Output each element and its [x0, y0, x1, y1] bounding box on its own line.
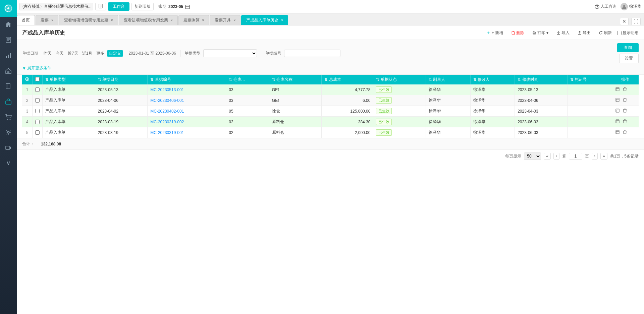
- tab-expand-button[interactable]: ⛶: [631, 18, 641, 25]
- th-number[interactable]: ⇅ 单据编号: [148, 75, 226, 84]
- row-delete-button[interactable]: [622, 129, 628, 136]
- import-button[interactable]: 导入: [554, 29, 572, 37]
- row-checkbox-cell[interactable]: [33, 106, 43, 117]
- row-number-link[interactable]: MC-20230402-001: [150, 109, 184, 114]
- tab-home[interactable]: 首页: [17, 15, 35, 25]
- row-checkbox-cell[interactable]: [33, 127, 43, 138]
- row-delete-button[interactable]: [622, 97, 628, 104]
- row-number[interactable]: MC-20230513-001: [148, 84, 226, 95]
- row-checkbox[interactable]: [35, 109, 40, 113]
- logo[interactable]: [0, 0, 17, 17]
- sidebar-video-icon[interactable]: [0, 140, 17, 155]
- row-checkbox[interactable]: [35, 120, 40, 124]
- row-delete-button[interactable]: [622, 119, 628, 125]
- th-modifier[interactable]: ⇅ 修改人: [470, 75, 515, 84]
- date-7days[interactable]: 近7天: [66, 50, 79, 57]
- tab-invoice[interactable]: 发票 ×: [36, 15, 58, 25]
- sidebar-ledger-icon[interactable]: [0, 78, 17, 94]
- tab-product-in-close[interactable]: ×: [281, 18, 283, 22]
- tab-check-sale-close[interactable]: ×: [111, 18, 113, 22]
- tab-calc-invoice-close[interactable]: ×: [202, 18, 204, 22]
- number-filter-input[interactable]: [284, 50, 340, 57]
- th-type[interactable]: ⇅ 单据类型: [43, 75, 95, 84]
- display-toggle-checkbox[interactable]: [617, 31, 622, 35]
- tab-product-in[interactable]: 产成品入库单历史 ×: [241, 15, 288, 25]
- tab-calc-invoice[interactable]: 发票测算 ×: [178, 15, 209, 25]
- workbench-button[interactable]: 工作台: [108, 2, 129, 11]
- tab-close-all-button[interactable]: ✕: [620, 18, 629, 25]
- add-button[interactable]: ＋ + 新增: [483, 29, 506, 37]
- date-custom[interactable]: 自定义: [107, 50, 123, 57]
- sidebar-settings-icon[interactable]: [0, 125, 17, 140]
- display-toggle-label[interactable]: 显示明细: [617, 30, 639, 36]
- type-filter-select[interactable]: 产品入库单: [203, 49, 257, 57]
- date-more[interactable]: 更多: [95, 50, 106, 57]
- row-edit-button[interactable]: [615, 129, 620, 136]
- th-warehouse-name[interactable]: ⇅ 仓库名称: [269, 75, 322, 84]
- export-button[interactable]: 导出: [575, 29, 593, 37]
- row-number-link[interactable]: MC-20230319-001: [150, 130, 184, 135]
- row-checkbox-cell[interactable]: [33, 117, 43, 127]
- sidebar-chart-icon[interactable]: [0, 48, 17, 63]
- th-voucher[interactable]: ⇅ 凭证号: [567, 75, 612, 84]
- row-number-link[interactable]: MC-20230406-001: [150, 98, 184, 103]
- row-checkbox[interactable]: [35, 98, 40, 103]
- tab-check-purchase[interactable]: 查看进项增值税专用发票 ×: [119, 15, 178, 25]
- row-checkbox-cell[interactable]: [33, 84, 43, 95]
- row-checkbox[interactable]: [35, 87, 40, 92]
- row-number-link[interactable]: MC-20230319-002: [150, 120, 184, 124]
- row-edit-button[interactable]: [615, 119, 620, 125]
- row-delete-button[interactable]: [622, 86, 628, 93]
- calendar-icon[interactable]: [185, 4, 190, 9]
- query-button[interactable]: 查询: [617, 43, 639, 52]
- row-checkbox[interactable]: [35, 130, 40, 135]
- row-number[interactable]: MC-20230319-001: [148, 127, 226, 138]
- date-1month[interactable]: 近1月: [81, 50, 94, 57]
- set-button[interactable]: 设置: [619, 54, 639, 63]
- row-number[interactable]: MC-20230402-001: [148, 106, 226, 117]
- sidebar-production-icon[interactable]: [0, 94, 17, 109]
- sidebar-invoice-icon[interactable]: [0, 32, 17, 48]
- company-selector[interactable]: (库存核算）直播轻统通信息技术股份... ▾: [19, 3, 93, 10]
- row-edit-button[interactable]: [615, 86, 620, 93]
- tab-invoice-close[interactable]: ×: [51, 18, 53, 22]
- th-creator[interactable]: ⇅ 制单人: [426, 75, 471, 84]
- date-yesterday[interactable]: 昨天: [42, 50, 53, 57]
- th-settings[interactable]: [22, 75, 33, 84]
- next-page-button[interactable]: ›: [592, 153, 598, 160]
- th-status[interactable]: ⇅ 单据状态: [373, 75, 426, 84]
- row-number-link[interactable]: MC-20230513-001: [150, 87, 184, 92]
- sidebar-purchase-icon[interactable]: [0, 109, 17, 125]
- page-size-select[interactable]: 20 50 100: [524, 152, 541, 160]
- row-edit-button[interactable]: [615, 108, 620, 114]
- expand-more-button[interactable]: ▼ 展开更多条件: [22, 65, 639, 71]
- switch-button[interactable]: 切到旧版: [131, 3, 154, 10]
- date-today[interactable]: 今天: [54, 50, 65, 57]
- tab-check-purchase-close[interactable]: ×: [171, 18, 173, 22]
- th-checkbox[interactable]: [33, 75, 43, 84]
- sidebar-warehouse-icon[interactable]: [0, 63, 17, 78]
- tab-open-invoice[interactable]: 发票开具 ×: [210, 15, 240, 25]
- th-date[interactable]: ⇅ 单据日期: [95, 75, 148, 84]
- th-modify-time[interactable]: ⇅ 修改时间: [515, 75, 568, 84]
- first-page-button[interactable]: «: [544, 153, 551, 160]
- tab-open-invoice-close[interactable]: ×: [233, 18, 235, 22]
- sidebar-version-icon[interactable]: V: [0, 155, 17, 171]
- doc-button[interactable]: [95, 3, 106, 10]
- page-input[interactable]: [569, 153, 582, 160]
- th-total-cost[interactable]: ⇅ 总成本: [322, 75, 373, 84]
- row-edit-button[interactable]: [615, 97, 620, 104]
- prev-page-button[interactable]: ‹: [553, 153, 559, 160]
- sidebar-home-icon[interactable]: [0, 17, 17, 32]
- row-number[interactable]: MC-20230319-002: [148, 117, 226, 127]
- tab-check-sale[interactable]: 查看销项增值税专用发票 ×: [59, 15, 118, 25]
- refresh-button[interactable]: 刷新: [596, 29, 614, 37]
- th-warehouse-code[interactable]: ⇅ 仓库...: [226, 75, 269, 84]
- last-page-button[interactable]: »: [600, 153, 607, 160]
- row-number[interactable]: MC-20230406-001: [148, 95, 226, 106]
- row-checkbox-cell[interactable]: [33, 95, 43, 106]
- row-delete-button[interactable]: [622, 108, 628, 114]
- print-button[interactable]: 打印 ▾: [530, 29, 551, 37]
- select-all-checkbox[interactable]: [35, 77, 40, 81]
- delete-button[interactable]: 删除: [508, 29, 527, 37]
